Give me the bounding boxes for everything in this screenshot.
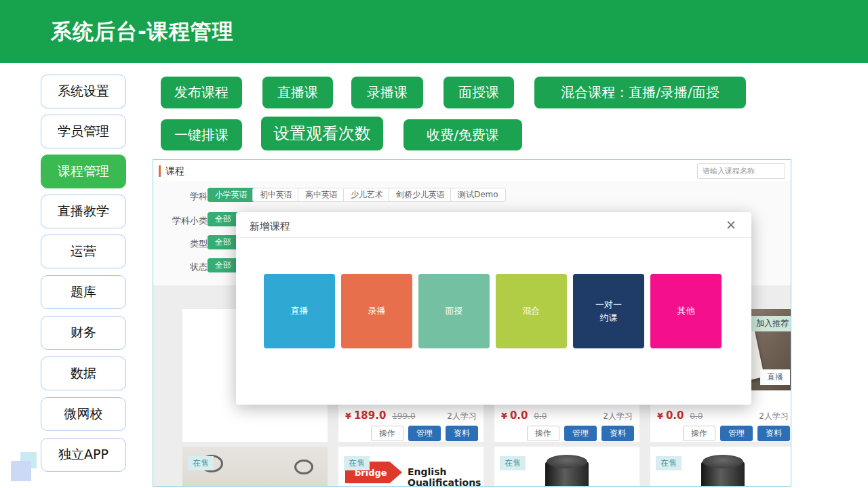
pill-paid-free-course[interactable]: 收费/免费课 [403,119,522,150]
panel-header: 课程 [153,160,791,182]
decorative-square-lavender [11,461,31,481]
filter-label-type: 类型 [159,238,208,250]
sidebar-item-finance[interactable]: 财务 [41,316,126,350]
course-type-label: 混合 [523,304,540,318]
course-thumbnail: 在售 [650,447,791,487]
course-type-label: 一对一 [595,298,622,312]
price-row: ¥ 189.0 199.0 2人学习 [345,409,477,423]
sidebar-item-live-teaching[interactable]: 直播教学 [41,195,126,228]
materials-button[interactable]: 资料 [446,426,478,441]
course-type-label: 录播 [368,304,386,318]
course-type-label: 其他 [677,304,695,318]
currency-symbol: ¥ [501,411,507,421]
pill-recorded-course[interactable]: 录播课 [351,77,423,108]
sidebar-item-operations[interactable]: 运营 [41,235,126,268]
doodle-shape [294,460,313,474]
currency-symbol: ¥ [657,411,663,421]
course-card-teacher[interactable]: 在售 [182,447,328,487]
recommend-badge: 加入推荐 [749,316,791,331]
pill-live-course[interactable]: 直播课 [262,77,333,108]
accent-bar [159,165,161,177]
cambridge-title: English Qualifications [408,466,484,487]
pill-publish-course[interactable]: 发布课程 [161,77,242,108]
modal-divider [236,237,751,238]
course-search-input[interactable] [697,163,785,179]
sidebar-item-question-bank[interactable]: 题库 [41,275,126,309]
filter-tag-primary-english[interactable]: 小学英语 [208,188,255,202]
course-old-price: 0.0 [690,411,703,421]
manage-button[interactable]: 管理 [564,426,597,441]
course-type-label-line2: 约课 [600,311,618,325]
currency-symbol: ¥ [345,411,351,421]
app-header: 系统后台-课程管理 [0,0,868,63]
cylinder-top [703,455,743,468]
pill-one-click-schedule[interactable]: 一键排课 [161,119,242,150]
materials-button[interactable]: 资料 [601,426,634,441]
filter-tag-subcategory-all[interactable]: 全部 [208,212,239,226]
on-sale-badge: 在售 [188,456,214,470]
course-old-price: 0.0 [534,411,547,421]
course-type-offline[interactable]: 面授 [418,274,490,348]
card-actions: 操作 管理 资料 [371,426,478,441]
filter-tag-status-all[interactable]: 全部 [208,258,239,272]
on-sale-badge: 在售 [656,456,682,470]
course-price: 189.0 [354,409,386,422]
course-type-live[interactable]: 直播 [264,274,335,348]
course-thumbnail: bridge English Qualifications 在售 [338,447,484,487]
operate-button[interactable]: 操作 [683,426,715,441]
add-course-modal: 新增课程 × 直播 录播 面授 混合 一对一 约课 其他 [236,212,751,405]
course-type-label: 直播 [291,304,309,318]
cylinder-image [545,455,589,487]
price-row: ¥ 0.0 0.0 2人学习 [657,409,789,423]
course-card-cambridge[interactable]: bridge English Qualifications 在售 [338,447,484,487]
on-sale-badge: 在售 [500,456,526,470]
on-sale-badge: 在售 [344,456,370,470]
manage-button[interactable]: 管理 [408,426,441,441]
filter-tag-cambridge-kids-english[interactable]: 剑桥少儿英语 [389,188,452,202]
course-card-cylinder-2[interactable]: 在售 [650,447,791,487]
students-count: 2人学习 [603,411,633,422]
filter-label-subcategory: 学科小类 [159,215,208,227]
filter-label-status: 状态 [159,261,208,273]
course-type-recorded[interactable]: 录播 [341,274,412,348]
pill-mixed-course[interactable]: 混合课程：直播/录播/面授 [534,77,746,108]
filter-label-subject: 学科 [159,190,208,203]
cylinder-image [701,455,745,487]
filter-tag-kids-art[interactable]: 少儿艺术 [343,188,391,202]
course-thumbnail: 在售 [182,447,328,487]
filter-tag-test-demo[interactable]: 测试Demo [450,188,506,202]
card-actions: 操作 管理 资料 [527,426,634,441]
sidebar-item-system-settings[interactable]: 系统设置 [41,75,126,108]
sidebar-item-course-management[interactable]: 课程管理 [41,155,126,188]
course-price: 0.0 [666,409,684,422]
course-thumbnail: 在售 [494,447,639,487]
course-old-price: 199.0 [392,411,415,421]
page: 系统后台-课程管理 系统设置 学员管理 课程管理 直播教学 运营 题库 财务 数… [0,0,868,488]
manage-button[interactable]: 管理 [720,426,753,441]
page-title: 系统后台-课程管理 [51,18,234,46]
course-card-cylinder-1[interactable]: 在售 [494,447,639,487]
price-row: ¥ 0.0 0.0 2人学习 [501,409,633,423]
filter-tag-senior-english[interactable]: 高中英语 [298,188,345,202]
pill-offline-course[interactable]: 面授课 [443,77,514,108]
sidebar-item-standalone-app[interactable]: 独立APP [41,438,126,472]
course-type-other[interactable]: 其他 [650,274,722,348]
filter-tag-junior-english[interactable]: 初中英语 [252,188,300,202]
operate-button[interactable]: 操作 [371,426,403,441]
close-icon[interactable]: × [726,218,736,231]
sidebar-item-data[interactable]: 数据 [41,357,126,390]
sidebar-item-micro-school[interactable]: 微网校 [41,397,126,431]
filter-tag-type-all[interactable]: 全部 [208,235,239,249]
students-count: 2人学习 [447,411,477,422]
materials-button[interactable]: 资料 [757,426,790,441]
sidebar-item-student-management[interactable]: 学员管理 [41,115,126,148]
modal-title: 新增课程 [250,220,290,233]
panel-title: 课程 [165,165,184,178]
course-type-label: 面授 [446,304,463,318]
pill-set-view-count[interactable]: 设置观看次数 [261,117,383,150]
course-price: 0.0 [510,409,528,422]
operate-button[interactable]: 操作 [527,426,559,441]
course-type-one-on-one[interactable]: 一对一 约课 [573,274,644,348]
course-type-mixed[interactable]: 混合 [496,274,567,348]
card-actions: 操作 管理 资料 [683,426,790,441]
